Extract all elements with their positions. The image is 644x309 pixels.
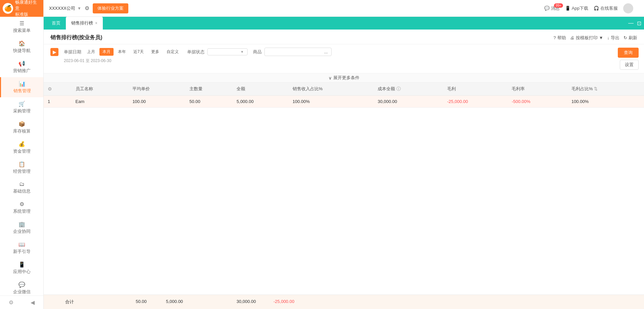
expand-more-btn[interactable]: ∨ 展开更多条件 xyxy=(329,75,359,81)
tab-maximize-icon[interactable]: ⊡ xyxy=(637,20,641,27)
data-table: ⚙ 员工名称 平均单价 主数量 全额 销售收入占比% 成本全额 ⓘ 毛利 毛利率 xyxy=(44,83,644,108)
date-pill-7days[interactable]: 近7天 xyxy=(130,48,147,56)
sidebar-item-app-center[interactable]: 📱 应用中心 xyxy=(0,258,43,278)
filter-expand-arrow[interactable]: ▶ xyxy=(50,48,58,56)
sidebar-item-quick-nav[interactable]: 🏠 快捷导航 xyxy=(0,37,43,57)
cost-info-icon[interactable]: ⓘ xyxy=(396,86,401,91)
marketing-icon: 📢 xyxy=(18,60,25,67)
date-pill-this-year[interactable]: 本年 xyxy=(115,48,129,56)
sidebar-item-purchase[interactable]: 🛒 采购管理 xyxy=(0,97,43,117)
search-order-icon: ☰ xyxy=(19,20,24,27)
sidebar-item-inventory[interactable]: 📦 库存核算 xyxy=(0,117,43,138)
date-pills: 上月 本月 本年 近7天 更多 自定义 xyxy=(84,48,182,56)
cell-sales-pct: 100.00% xyxy=(289,96,374,108)
topbar-right: 💬 消息 99+ 📱 App下载 🎧 在线客服 xyxy=(544,3,639,13)
sidebar-item-label: 企业协同 xyxy=(13,228,31,235)
refresh-btn[interactable]: ↻ 刷新 xyxy=(624,35,637,41)
col-settings: ⚙ xyxy=(44,83,72,96)
avatar[interactable] xyxy=(623,3,633,13)
date-pill-last-month[interactable]: 上月 xyxy=(84,48,98,56)
tabs-actions: — ⊡ xyxy=(628,20,641,27)
col-name: 员工名称 xyxy=(72,83,129,96)
logo-text: 畅康通好生意 标准版 xyxy=(15,0,41,17)
col-avg-price: 平均单价 xyxy=(128,83,185,96)
cell-gross: -25,000.00 xyxy=(443,96,508,108)
date-label: 单据日期 xyxy=(64,49,81,55)
tab-home[interactable]: 首页 xyxy=(46,17,66,30)
refresh-icon: ↻ xyxy=(624,35,627,40)
sidebar-item-wechat[interactable]: 💬 企业微信 xyxy=(0,278,43,296)
sidebar-item-label: 企业微信 xyxy=(13,289,31,295)
col-gross-pct: 毛利占比% ⇅ xyxy=(567,83,644,96)
sidebar-item-system[interactable]: ⚙ 系统管理 xyxy=(0,198,43,218)
sidebar-settings-btn[interactable]: ⚙ xyxy=(9,299,13,306)
sidebar-item-guide[interactable]: 📖 新手引导 xyxy=(0,238,43,258)
sidebar-item-finance[interactable]: 💰 资金管理 xyxy=(0,138,43,158)
sidebar-item-label: 快捷导航 xyxy=(13,48,31,54)
status-select[interactable]: ▼ xyxy=(207,48,248,55)
goods-select[interactable]: ... xyxy=(264,48,332,56)
sidebar-nav: ☰ 搜索菜单 🏠 快捷导航 📢 营销推广 📊 销售管理 🛒 采购管理 📦 库存核… xyxy=(0,17,43,296)
cell-gross-pct: 100.00% xyxy=(567,96,644,108)
sidebar-item-sales[interactable]: 📊 销售管理 xyxy=(0,77,43,97)
content-area: 销售排行榜(按业务员) ? 帮助 🖨 按模板打印 ▼ ↓ 导出 ↻ 刷新 xyxy=(44,30,644,309)
export-btn[interactable]: ↓ 导出 xyxy=(607,35,620,41)
tab-minimize-icon[interactable]: — xyxy=(628,20,634,26)
tab-bar: 首页 销售排行榜 × — ⊡ xyxy=(44,17,644,30)
table-settings-icon[interactable]: ⚙ xyxy=(48,86,52,92)
settings-button[interactable]: 设置 xyxy=(620,60,639,70)
tab-home-label: 首页 xyxy=(52,20,60,26)
date-pill-this-month[interactable]: 本月 xyxy=(99,48,114,56)
sidebar-item-label: 经营管理 xyxy=(13,168,31,174)
cell-avg-price: 100.00 xyxy=(128,96,185,108)
filter-area: ▶ 单据日期 上月 本月 本年 近7天 更多 自定义 单据状态 xyxy=(44,44,612,73)
query-button[interactable]: 查询 xyxy=(618,48,639,58)
app-download-btn[interactable]: 📱 App下载 xyxy=(565,5,588,11)
footer-empty xyxy=(48,298,61,306)
table-body: 1 Eam 100.00 50.00 5,000.00 100.00% 30,0… xyxy=(44,96,644,108)
date-pill-custom[interactable]: 自定义 xyxy=(164,48,182,56)
company-selector[interactable]: XXXXXX公司 ▼ xyxy=(49,5,81,11)
main-area: XXXXXX公司 ▼ ⚙ 体验行业方案 💬 消息 99+ 📱 App下载 🎧 在… xyxy=(44,0,644,309)
gross-pct-sort-icon[interactable]: ⇅ xyxy=(594,86,598,91)
sidebar-item-label: 系统管理 xyxy=(13,208,31,214)
date-filter-group: 单据日期 上月 本月 本年 近7天 更多 自定义 xyxy=(64,48,182,56)
system-icon: ⚙ xyxy=(19,201,24,207)
page-title: 销售排行榜(按业务员) xyxy=(50,34,102,41)
cell-cost: 30,000.00 xyxy=(374,96,443,108)
sidebar-collapse-btn[interactable]: ◀ xyxy=(31,299,35,306)
basic-info-icon: 🗂 xyxy=(19,181,25,187)
page-actions: ? 帮助 🖨 按模板打印 ▼ ↓ 导出 ↻ 刷新 xyxy=(553,35,637,41)
sidebar-item-search-order[interactable]: ☰ 搜索菜单 xyxy=(0,17,43,37)
sidebar-item-enterprise[interactable]: 🏢 企业协同 xyxy=(0,218,43,238)
company-arrow-icon: ▼ xyxy=(77,6,81,11)
logo-icon: 🍊 xyxy=(3,3,13,14)
sidebar-item-marketing[interactable]: 📢 营销推广 xyxy=(0,57,43,77)
table-row: 1 Eam 100.00 50.00 5,000.00 100.00% 30,0… xyxy=(44,96,644,108)
tab-close-icon[interactable]: × xyxy=(95,21,97,25)
print-btn[interactable]: 🖨 按模板打印 ▼ xyxy=(570,35,603,41)
app-download-label: App下载 xyxy=(572,5,588,11)
inventory-icon: 📦 xyxy=(18,121,25,127)
export-icon: ↓ xyxy=(607,35,610,40)
help-btn[interactable]: ? 帮助 xyxy=(553,35,566,41)
footer-total-label: 合计 xyxy=(61,298,101,306)
date-pill-more[interactable]: 更多 xyxy=(148,48,162,56)
quick-nav-icon: 🏠 xyxy=(18,40,25,47)
online-service-btn[interactable]: 🎧 在线客服 xyxy=(594,5,618,11)
print-icon: 🖨 xyxy=(570,35,574,40)
trial-btn[interactable]: 体验行业方案 xyxy=(93,3,128,13)
message-icon: 💬 xyxy=(544,6,550,11)
expand-more-label: 展开更多条件 xyxy=(333,75,359,81)
app-download-icon: 📱 xyxy=(565,6,570,11)
sidebar-item-operation[interactable]: 📋 经营管理 xyxy=(0,158,43,178)
tab-active-label: 销售排行榜 xyxy=(71,20,93,26)
tab-sales-ranking[interactable]: 销售排行榜 × xyxy=(66,17,103,30)
cell-qty: 50.00 xyxy=(185,96,233,108)
cell-rank: 1 xyxy=(44,96,72,108)
message-btn[interactable]: 💬 消息 99+ xyxy=(544,5,560,11)
sidebar-item-basic-info[interactable]: 🗂 基础信息 xyxy=(0,178,43,198)
topbar-settings-icon[interactable]: ⚙ xyxy=(85,5,89,11)
table-container: ⚙ 员工名称 平均单价 主数量 全额 销售收入占比% 成本全额 ⓘ 毛利 毛利率 xyxy=(44,83,644,295)
sidebar-item-label: 应用中心 xyxy=(13,269,31,275)
